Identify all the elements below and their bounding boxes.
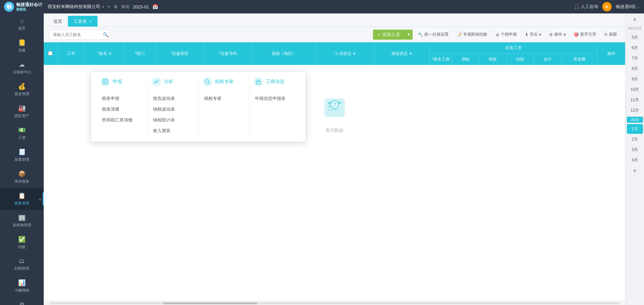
sidebar-item-home[interactable]: ⌂ 首页 [0, 13, 44, 35]
tab-payroll-table[interactable]: 工资表 × [68, 16, 98, 27]
col-checkbox[interactable] [44, 42, 57, 65]
sidebar-item-ledger[interactable]: 📒 总账 [0, 35, 44, 57]
sub-col-allowance: 津贴 [452, 54, 479, 65]
add-person-group: + 添加人员 ▾ [373, 30, 413, 40]
dropdown-item-tax-form[interactable]: 税表清册 [101, 104, 143, 115]
col-domicile[interactable]: 国籍（地区） [252, 42, 315, 65]
sidebar-item-cloud[interactable]: ☁ 云报表中心 [0, 57, 44, 79]
bottom-scrollbar[interactable] [44, 301, 625, 305]
tab-home[interactable]: 首页 [48, 16, 68, 27]
scroll-thumb[interactable] [163, 302, 257, 304]
dropdown-item-tax-change[interactable]: 纳税波动表 [152, 104, 194, 115]
col-operation: 操作 [598, 42, 625, 65]
dropdown-item-income-calc[interactable]: 所得税汇算清缴 [101, 115, 143, 125]
tab-close-icon[interactable]: × [89, 19, 92, 24]
period-label: 账期 [121, 4, 129, 10]
export-button[interactable]: ⬆ 导出 ▾ [522, 30, 544, 39]
col-id-number[interactable]: *证鉴号码 [204, 42, 253, 65]
sidebar-item-settings[interactable]: ⚙ 基础设置 [0, 297, 44, 305]
select-all-checkbox[interactable] [48, 51, 52, 55]
col-name[interactable]: *姓名⇅ [84, 42, 124, 65]
settings-icon[interactable]: ⚙ [114, 4, 118, 9]
sidebar-item-payroll[interactable]: 💵 工资 [0, 122, 44, 144]
sidebar-item-inventory[interactable]: 📦 库存核算 [0, 166, 44, 188]
sidebar-item-funds[interactable]: 💰 资金管理 [0, 79, 44, 101]
col-employee-id[interactable]: 工号 [57, 42, 84, 65]
add-company-icon[interactable]: + [107, 4, 110, 10]
date-nav-down-button[interactable]: ▼ [631, 167, 639, 175]
sidebar-item-multi[interactable]: 🏢 多机构管理 [0, 210, 44, 232]
col-report-status[interactable]: 报送状态▼ [374, 42, 430, 65]
top-bar-left: 畅 畅捷通好会计 旗舰版 西安虾米网络科技有限公司 ▾ + ⚙ 账期 2023-… [4, 2, 158, 12]
calendar-icon[interactable]: 📅 [152, 4, 158, 9]
add-person-dropdown-button[interactable]: ▾ [405, 30, 413, 40]
current-year-label: 2023 [627, 117, 643, 123]
sidebar-item-assets[interactable]: 🏭 固定资产 [0, 101, 44, 122]
operation-button[interactable]: ⚙ 操作 ▾ [546, 30, 568, 39]
sidebar-item-archive[interactable]: 🗂 归档管理 [0, 254, 44, 275]
export-chevron-icon: ▾ [539, 32, 541, 37]
dropdown-item-tax-expert[interactable]: 税检专家 [203, 93, 245, 104]
add-person-button[interactable]: + 添加人员 [373, 30, 405, 40]
date-nav-up-button[interactable]: ▲ [631, 15, 639, 23]
dropdown-menu: 申报 税务申报 税表清册 所得税汇算清缴 分析 [91, 71, 306, 142]
dropdown-item-tax-stats[interactable]: 纳税统计表 [152, 115, 194, 125]
new-guide-icon: 🎯 [574, 32, 579, 37]
new-guide-button[interactable]: 🎯 新手引导 [571, 30, 599, 39]
scroll-track [49, 302, 620, 304]
dropdown-col-header-gongshang: 工商信息 [254, 77, 296, 89]
svg-point-11 [156, 82, 157, 83]
empty-illustration: ? [318, 92, 351, 122]
app-logo-icon: 畅 [4, 2, 14, 12]
search-button[interactable]: 🔍 [103, 32, 109, 37]
personal-tax-button[interactable]: 🖨 个税申报 [493, 30, 520, 39]
date-nav-month-2[interactable]: 2月 [627, 135, 643, 144]
company-selector[interactable]: 西安虾米网络科技有限公司 ▾ [48, 4, 104, 10]
report-filter-icon[interactable]: ▼ [409, 52, 412, 55]
jiaojian-title: 税检专家 [215, 79, 234, 85]
add-person-label: 添加人员 [382, 32, 400, 38]
date-nav-month-5[interactable]: 5月 [627, 33, 643, 42]
dropdown-item-annual-report[interactable]: 年报信息申报表 [254, 93, 296, 104]
dropdown-item-tax-return[interactable]: 税务申报 [101, 93, 143, 104]
date-nav-month-11[interactable]: 11月 [627, 95, 643, 105]
date-nav-month-12[interactable]: 12月 [627, 106, 643, 115]
col-department[interactable]: *部门 [124, 42, 155, 65]
col-id-type[interactable]: *证鉴类型 [155, 42, 204, 65]
sidebar-item-tax[interactable]: 📋 税务管理 ◀ [0, 188, 44, 210]
sidebar-label-cloud: 云报表中心 [13, 70, 31, 75]
user-name: 畅捷通8组… [616, 4, 640, 10]
date-nav-month-8[interactable]: 8月 [627, 64, 643, 74]
sidebar-item-report[interactable]: 📊 小畅报销 [0, 275, 44, 297]
sidebar-item-invoice[interactable]: 🧾 发票管理 [0, 144, 44, 166]
service-button[interactable]: 🎧 人工咨询 [574, 4, 598, 10]
tab-home-label: 首页 [53, 18, 62, 25]
status-filter-icon[interactable]: ▼ [353, 52, 356, 55]
table-container: 工号 *姓名⇅ *部门 *证鉴类型 *证鉴号码 [44, 42, 625, 301]
social-security-button[interactable]: 🔧 统一社保设置 [415, 30, 451, 39]
sidebar-item-settle[interactable]: ✅ 结账 [0, 232, 44, 254]
sub-col-total: 合计 [534, 54, 561, 65]
date-nav-month-9[interactable]: 9月 [627, 74, 643, 84]
dropdown-item-tax-burden[interactable]: 税负波动表 [152, 93, 194, 104]
empty-icon: ? [318, 92, 351, 122]
date-nav-month-10[interactable]: 10月 [627, 85, 643, 94]
dropdown-item-income-calc2[interactable]: 收入测算 [152, 125, 194, 136]
date-nav-month-4[interactable]: 4月 [627, 155, 643, 165]
svg-text:?: ? [333, 102, 336, 107]
toolbar: 🔍 + 添加人员 ▾ 🔧 统一社保设置 📝 专项附加扣除 🖨 个税申报 [44, 27, 625, 42]
sidebar-label-multi: 多机构管理 [13, 223, 31, 228]
date-nav-month-6[interactable]: 6月 [627, 43, 643, 53]
special-deduction-button[interactable]: 📝 专项附加扣除 [454, 30, 490, 39]
date-nav-month-1[interactable]: 1月 [627, 124, 643, 134]
col-status[interactable]: *人员状态▼ [315, 42, 374, 65]
date-nav-month-7[interactable]: 7月 [627, 53, 643, 63]
date-nav-month-3[interactable]: 3月 [627, 145, 643, 155]
refresh-button[interactable]: ↻ 刷新 [602, 30, 620, 39]
search-input[interactable] [49, 30, 110, 40]
ledger-icon: 📒 [18, 39, 26, 46]
col-wage-group: 应发工资 [430, 42, 598, 54]
user-avatar: 畅 [602, 2, 612, 11]
op-label: 操作 [607, 51, 615, 56]
sub-col-base-salary: *基本工资 [430, 54, 452, 65]
